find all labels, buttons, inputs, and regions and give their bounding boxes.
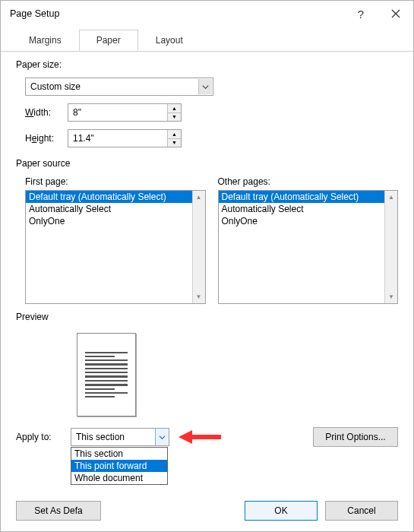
apply-to-drop-button[interactable] xyxy=(155,429,169,445)
dropdown-option[interactable]: This point forward xyxy=(71,460,167,472)
list-item[interactable]: OnlyOne xyxy=(26,215,192,227)
list-item[interactable]: Automatically Select xyxy=(26,203,192,215)
paper-size-drop-button[interactable] xyxy=(198,79,212,94)
tab-content: Paper size: Custom size Width: 8" ▲ ▼ He… xyxy=(1,52,413,501)
apply-to-select[interactable]: This section This section This point for… xyxy=(71,428,169,446)
apply-to-label: Apply to: xyxy=(16,432,71,442)
close-button[interactable] xyxy=(378,1,413,27)
list-item[interactable]: Default tray (Automatically Select) xyxy=(219,191,385,203)
cancel-button[interactable]: Cancel xyxy=(325,501,398,521)
paper-size-value: Custom size xyxy=(30,81,81,92)
height-spin-down[interactable]: ▼ xyxy=(167,139,181,147)
apply-to-dropdown: This section This point forward Whole do… xyxy=(71,447,168,485)
tab-margins[interactable]: Margins xyxy=(11,30,79,51)
paper-size-select[interactable]: Custom size xyxy=(25,78,213,96)
preview-label: Preview xyxy=(16,312,398,322)
page-setup-dialog: Page Setup ? Margins Paper Layout Paper … xyxy=(0,0,414,532)
scrollbar[interactable]: ▲ ▼ xyxy=(384,191,397,303)
height-label: Height: xyxy=(25,133,68,144)
height-spin-up[interactable]: ▲ xyxy=(167,130,181,139)
tab-layout[interactable]: Layout xyxy=(138,30,201,51)
width-label: Width: xyxy=(25,107,68,118)
scrollbar[interactable]: ▲ ▼ xyxy=(192,191,205,303)
scroll-up-icon[interactable]: ▲ xyxy=(385,191,397,204)
apply-to-value: This section xyxy=(76,432,125,442)
apply-to-row: Apply to: This section This section This… xyxy=(16,427,398,447)
width-input[interactable]: 8" ▲ ▼ xyxy=(68,103,182,122)
scroll-down-icon[interactable]: ▼ xyxy=(193,290,205,303)
chevron-down-icon xyxy=(202,84,209,90)
height-value: 11.4" xyxy=(73,133,94,144)
width-spin-up[interactable]: ▲ xyxy=(167,104,181,113)
set-as-default-button[interactable]: Set As Defa xyxy=(16,501,101,521)
preview-page xyxy=(77,333,136,416)
list-item[interactable]: Automatically Select xyxy=(219,203,385,215)
dialog-title: Page Setup xyxy=(10,8,343,19)
first-page-label: First page: xyxy=(25,176,206,187)
width-spin-down[interactable]: ▼ xyxy=(167,113,181,122)
help-button[interactable]: ? xyxy=(343,1,378,27)
preview-lines-icon xyxy=(85,350,128,400)
dialog-footer: Set As Defa OK Cancel xyxy=(1,501,413,531)
titlebar: Page Setup ? xyxy=(1,1,413,27)
chevron-down-icon xyxy=(159,434,166,441)
paper-size-label: Paper size: xyxy=(16,59,398,70)
print-options-button[interactable]: Print Options... xyxy=(313,427,398,447)
tab-strip: Margins Paper Layout xyxy=(1,30,413,52)
scroll-up-icon[interactable]: ▲ xyxy=(193,191,205,204)
dropdown-option[interactable]: This section xyxy=(71,448,167,460)
dropdown-option[interactable]: Whole document xyxy=(71,472,167,484)
scroll-down-icon[interactable]: ▼ xyxy=(385,290,397,303)
paper-source-label: Paper source xyxy=(16,158,398,169)
callout-arrow-icon xyxy=(177,429,221,445)
first-page-listbox[interactable]: Default tray (Automatically Select) Auto… xyxy=(25,190,206,304)
tab-paper[interactable]: Paper xyxy=(79,30,138,51)
ok-button[interactable]: OK xyxy=(245,501,318,521)
other-pages-listbox[interactable]: Default tray (Automatically Select) Auto… xyxy=(218,190,399,304)
list-item[interactable]: OnlyOne xyxy=(219,215,385,227)
close-icon xyxy=(391,9,400,18)
other-pages-label: Other pages: xyxy=(218,176,399,187)
height-input[interactable]: 11.4" ▲ ▼ xyxy=(68,129,182,147)
list-item[interactable]: Default tray (Automatically Select) xyxy=(26,191,192,203)
width-value: 8" xyxy=(73,107,81,118)
